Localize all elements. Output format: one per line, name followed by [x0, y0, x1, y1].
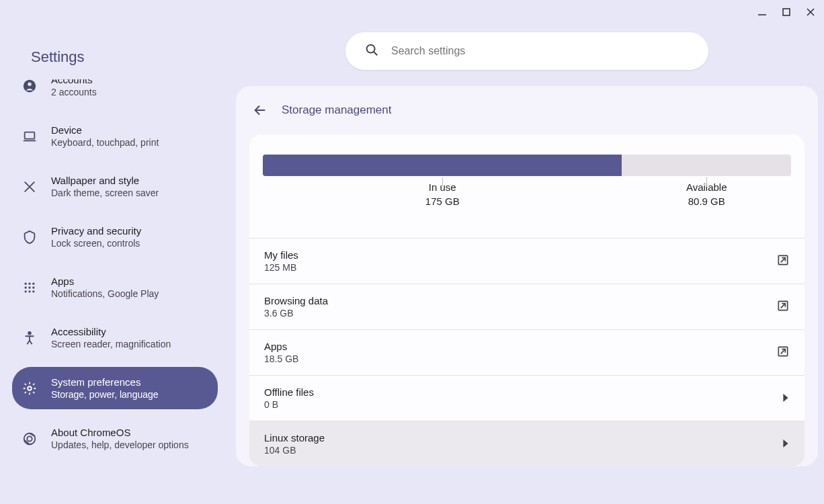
close-button[interactable] [802, 4, 819, 20]
svg-point-15 [28, 290, 30, 292]
search-icon [364, 42, 379, 60]
row-title: Offline files [264, 386, 314, 398]
row-title: Browsing data [264, 295, 328, 306]
open-external-icon [776, 299, 790, 315]
sidebar-item-accounts[interactable]: Accounts 2 accounts [12, 79, 218, 107]
svg-line-29 [781, 303, 786, 308]
nav-title: Device [51, 124, 159, 136]
open-external-icon [776, 253, 790, 269]
accessibility-icon [22, 330, 38, 346]
available-value: 80.9 GB [622, 196, 791, 207]
svg-point-9 [28, 282, 30, 284]
nav-sub: Screen reader, magnification [51, 339, 171, 349]
sidebar-item-wallpaper[interactable]: Wallpaper and style Dark theme, screen s… [12, 165, 218, 208]
row-browsing-data[interactable]: Browsing data 3.6 GB [249, 284, 805, 329]
chevron-right-icon [782, 392, 790, 405]
nav-title: Apps [51, 276, 159, 287]
nav-title: System preferences [51, 376, 159, 388]
minimize-button[interactable] [754, 4, 770, 20]
nav-sub: 2 accounts [51, 87, 97, 97]
main-content: Storage management In use 175 GB [230, 24, 824, 504]
chevron-right-icon [782, 438, 790, 450]
gear-icon [22, 380, 38, 396]
svg-point-8 [25, 282, 27, 284]
account-icon [22, 79, 38, 94]
search-input[interactable] [391, 45, 690, 57]
brush-icon [22, 179, 38, 195]
sidebar-item-accessibility[interactable]: Accessibility Screen reader, magnificati… [12, 317, 218, 359]
back-button[interactable] [251, 101, 270, 120]
nav-title: Accessibility [51, 326, 171, 337]
svg-point-12 [28, 286, 30, 288]
nav-sub: Updates, help, developer options [51, 439, 189, 450]
row-sub: 104 GB [264, 445, 325, 456]
nav-title: About ChromeOS [51, 427, 189, 438]
in-use-value: 175 GB [263, 196, 622, 207]
svg-line-24 [374, 52, 377, 55]
svg-rect-6 [25, 132, 35, 138]
storage-card: Storage management In use 175 GB [236, 86, 818, 466]
row-my-files[interactable]: My files 125 MB [249, 238, 805, 284]
svg-point-17 [28, 331, 31, 334]
svg-point-18 [28, 386, 32, 390]
row-sub: 125 MB [264, 262, 298, 273]
svg-marker-32 [783, 394, 788, 402]
svg-point-13 [32, 286, 34, 288]
search-bar[interactable] [345, 32, 708, 70]
storage-bar [263, 155, 791, 176]
row-apps[interactable]: Apps 18.5 GB [249, 329, 805, 375]
row-sub: 0 B [264, 399, 314, 410]
nav-sub: Lock screen, controls [51, 238, 141, 249]
maximize-button[interactable] [778, 4, 794, 20]
page-title: Storage management [282, 103, 392, 117]
nav-sub: Dark theme, screen saver [51, 187, 159, 198]
row-title: My files [264, 249, 298, 261]
laptop-icon [22, 128, 38, 144]
svg-point-16 [32, 290, 34, 292]
nav-sub: Storage, power, language [51, 389, 159, 400]
svg-line-27 [781, 257, 786, 262]
svg-marker-33 [783, 439, 788, 448]
open-external-icon [776, 345, 790, 361]
storage-panel: In use 175 GB Available 80.9 GB My files… [249, 134, 805, 466]
row-offline-files[interactable]: Offline files 0 B [249, 375, 805, 421]
row-title: Apps [264, 341, 298, 352]
sidebar-item-system-preferences[interactable]: System preferences Storage, power, langu… [12, 367, 218, 409]
sidebar-item-apps[interactable]: Apps Notifications, Google Play [12, 266, 218, 308]
nav-title: Accounts [51, 79, 97, 85]
row-sub: 3.6 GB [264, 308, 328, 319]
svg-point-23 [367, 45, 375, 53]
nav-title: Privacy and security [51, 225, 141, 237]
svg-rect-1 [783, 9, 790, 15]
nav-sub: Keyboard, touchpad, print [51, 137, 159, 148]
row-linux-storage[interactable]: Linux storage 104 GB [249, 421, 805, 466]
svg-point-14 [25, 290, 27, 292]
shield-icon [22, 229, 38, 245]
svg-line-31 [781, 349, 786, 353]
app-title: Settings [0, 36, 230, 79]
svg-point-10 [32, 282, 34, 284]
svg-point-11 [25, 286, 27, 288]
sidebar: Settings Accounts 2 accounts Device Keyb… [0, 24, 230, 504]
apps-icon [22, 280, 38, 296]
window-titlebar [0, 0, 824, 24]
chrome-icon [22, 431, 38, 447]
svg-point-5 [28, 82, 32, 86]
row-sub: 18.5 GB [264, 353, 298, 364]
nav-title: Wallpaper and style [51, 175, 159, 186]
nav-sub: Notifications, Google Play [51, 288, 159, 299]
sidebar-item-device[interactable]: Device Keyboard, touchpad, print [12, 115, 218, 157]
storage-bar-fill [263, 155, 622, 176]
svg-point-20 [27, 436, 32, 441]
row-title: Linux storage [264, 432, 325, 444]
sidebar-item-about[interactable]: About ChromeOS Updates, help, developer … [12, 417, 218, 460]
sidebar-item-privacy[interactable]: Privacy and security Lock screen, contro… [12, 216, 218, 258]
